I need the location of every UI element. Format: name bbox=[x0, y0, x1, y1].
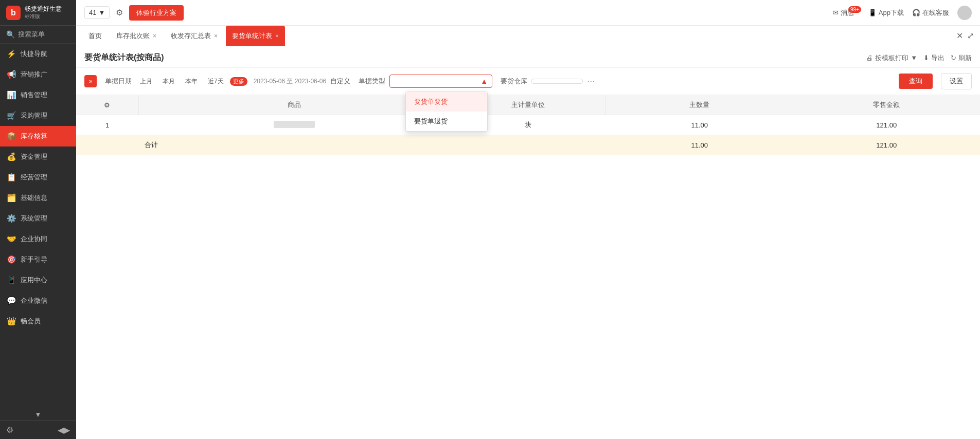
page-title-bar: 要货单统计表(按商品) 🖨 按模板打印 ▼ ⬇ 导出 ↻ 刷新 bbox=[76, 46, 980, 68]
sidebar-item-quick-nav[interactable]: ⚡ 快捷导航 bbox=[0, 44, 76, 64]
sidebar-item-operations[interactable]: 📋 经营管理 bbox=[0, 167, 76, 188]
date-7days[interactable]: 近7天 bbox=[204, 76, 228, 87]
doc-type-select[interactable]: ▲ bbox=[389, 75, 492, 88]
sidebar-item-inventory[interactable]: 📦 库存核算 bbox=[0, 126, 76, 147]
date-upper[interactable]: 上月 bbox=[136, 76, 156, 87]
tab-inventory-batch-close[interactable]: × bbox=[153, 32, 156, 40]
warehouse-filter-group: 要货仓库 ··· bbox=[501, 76, 595, 87]
cell-no: 1 bbox=[76, 115, 138, 135]
messages-item[interactable]: ✉ 消息 99+ bbox=[833, 8, 860, 17]
sidebar-item-label: 系统管理 bbox=[21, 214, 47, 223]
tab-home[interactable]: 首页 bbox=[82, 26, 108, 46]
tab-order-stats-label: 要货单统计表 bbox=[232, 31, 272, 41]
tab-expand-icon[interactable]: ⤢ bbox=[967, 31, 974, 41]
tab-close-all-icon[interactable]: ✕ bbox=[956, 31, 963, 41]
filter-expand-button[interactable]: » bbox=[84, 75, 97, 87]
collapse-icon[interactable]: ◀▶ bbox=[58, 425, 70, 435]
tab-inventory-batch-label: 库存批次账 bbox=[116, 31, 150, 41]
sidebar-search[interactable]: 🔍 搜索菜单 bbox=[0, 26, 76, 44]
sidebar-item-wechat[interactable]: 💬 企业微信 bbox=[0, 290, 76, 311]
date-more[interactable]: 更多 bbox=[230, 77, 247, 86]
sidebar-item-label: 库存核算 bbox=[21, 132, 47, 141]
member-icon: 👑 bbox=[6, 316, 16, 326]
guide-icon: 🎯 bbox=[6, 254, 16, 265]
sidebar-item-member[interactable]: 👑 畅会员 bbox=[0, 311, 76, 332]
col-settings[interactable]: ⚙ bbox=[76, 95, 138, 115]
col-qty: 主数量 bbox=[606, 95, 793, 115]
finance-icon: 💰 bbox=[6, 152, 16, 162]
date-range-display: 2023-05-06 至 2023-06-06 bbox=[254, 77, 326, 86]
tab-inventory-batch[interactable]: 库存批次账 × bbox=[110, 26, 163, 46]
tab-order-stats[interactable]: 要货单统计表 × bbox=[226, 26, 285, 46]
sidebar-item-label: 销售管理 bbox=[21, 90, 47, 100]
app-download-item[interactable]: 📱 App下载 bbox=[868, 8, 904, 17]
print-dropdown-icon[interactable]: ▼ bbox=[911, 54, 917, 62]
message-icon: ✉ bbox=[833, 9, 839, 16]
tab-order-stats-close[interactable]: × bbox=[275, 32, 279, 40]
tenant-selector[interactable]: 41 ▼ bbox=[84, 6, 110, 19]
warehouse-more-icon[interactable]: ··· bbox=[587, 76, 595, 87]
top-header: 41 ▼ ⚙ 体验行业方案 ✉ 消息 99+ 📱 App下载 🎧 在线客服 bbox=[76, 0, 980, 26]
user-avatar[interactable] bbox=[957, 6, 972, 20]
tab-bar-actions: ✕ ⤢ bbox=[956, 31, 974, 41]
footer-qty: 11.00 bbox=[606, 135, 793, 155]
doc-type-dropdown: 要货单要货 要货单退货 bbox=[405, 92, 488, 132]
sidebar-item-enterprise[interactable]: 🤝 企业协同 bbox=[0, 229, 76, 249]
sidebar-item-label: 基础信息 bbox=[21, 193, 47, 203]
tab-bar: 首页 库存批次账 × 收发存汇总表 × 要货单统计表 × ✕ ⤢ bbox=[76, 26, 980, 46]
sidebar-scroll-down[interactable]: ▼ bbox=[0, 409, 76, 420]
sidebar-item-finance[interactable]: 💰 资金管理 bbox=[0, 147, 76, 167]
page-actions: 🖨 按模板打印 ▼ ⬇ 导出 ↻ 刷新 bbox=[866, 53, 972, 63]
col-amount: 零售金额 bbox=[793, 95, 980, 115]
custom-date-btn[interactable]: 自定义 bbox=[330, 77, 350, 86]
sidebar-item-purchase[interactable]: 🛒 采购管理 bbox=[0, 105, 76, 126]
data-table: ⚙ 商品 主计量单位 主数量 零售金额 1 块 11.00 bbox=[76, 95, 980, 155]
date-year[interactable]: 本年 bbox=[181, 76, 202, 87]
marketing-icon: 📢 bbox=[6, 69, 16, 80]
col-product: 商品 bbox=[138, 95, 450, 115]
cell-qty: 11.00 bbox=[606, 115, 793, 135]
sidebar-item-guide[interactable]: 🎯 新手引导 bbox=[0, 249, 76, 270]
table-footer-row: 合计 11.00 121.00 bbox=[76, 135, 980, 155]
query-button[interactable]: 查询 bbox=[899, 74, 933, 89]
dropdown-item-order-goods[interactable]: 要货单要货 bbox=[406, 92, 487, 112]
online-service-label: 在线客服 bbox=[922, 8, 949, 17]
search-icon: 🔍 bbox=[6, 30, 15, 39]
online-service-item[interactable]: 🎧 在线客服 bbox=[912, 8, 949, 17]
table-body: 1 块 11.00 121.00 bbox=[76, 115, 980, 135]
sidebar-item-label: 应用中心 bbox=[21, 276, 47, 285]
tab-receive-summary[interactable]: 收发存汇总表 × bbox=[165, 26, 224, 46]
sidebar: b 畅捷通好生意 标准版 🔍 搜索菜单 ⚡ 快捷导航 📢 营销推广 📊 销售管理… bbox=[0, 0, 76, 439]
sidebar-item-label: 资金管理 bbox=[21, 152, 47, 161]
sidebar-item-marketing[interactable]: 📢 营销推广 bbox=[0, 64, 76, 85]
table-header-row: ⚙ 商品 主计量单位 主数量 零售金额 bbox=[76, 95, 980, 115]
dropdown-item-order-return[interactable]: 要货单退货 bbox=[406, 112, 487, 131]
warehouse-input[interactable] bbox=[531, 79, 583, 84]
sidebar-item-system[interactable]: ⚙️ 系统管理 bbox=[0, 208, 76, 229]
sidebar-item-basic[interactable]: 🗂️ 基础信息 bbox=[0, 188, 76, 208]
date-shortcuts: 上月 本月 本年 近7天 更多 bbox=[136, 76, 247, 87]
sidebar-item-label: 企业协同 bbox=[21, 234, 47, 244]
doc-type-label: 单据类型 bbox=[359, 77, 385, 86]
print-button[interactable]: 🖨 按模板打印 ▼ bbox=[866, 53, 917, 63]
header-right: ✉ 消息 99+ 📱 App下载 🎧 在线客服 bbox=[833, 6, 972, 20]
tab-home-label: 首页 bbox=[88, 31, 102, 41]
settings-footer-icon[interactable]: ⚙ bbox=[6, 425, 13, 435]
trial-button[interactable]: 体验行业方案 bbox=[129, 5, 184, 21]
date-current[interactable]: 本月 bbox=[158, 76, 179, 87]
logo-icon: b bbox=[6, 6, 21, 20]
app-download-label: App下载 bbox=[879, 8, 904, 17]
sidebar-item-appstore[interactable]: 📱 应用中心 bbox=[0, 270, 76, 290]
refresh-button[interactable]: ↻ 刷新 bbox=[951, 53, 972, 63]
tenant-name: 41 bbox=[89, 9, 96, 16]
export-button[interactable]: ⬇ 导出 bbox=[923, 53, 945, 63]
sidebar-item-label: 经营管理 bbox=[21, 173, 47, 182]
table-footer: 合计 11.00 121.00 bbox=[76, 135, 980, 155]
tab-receive-summary-close[interactable]: × bbox=[214, 32, 218, 40]
print-icon: 🖨 bbox=[866, 54, 873, 62]
settings-button[interactable]: 设置 bbox=[941, 73, 972, 89]
header-settings-icon[interactable]: ⚙ bbox=[116, 8, 123, 17]
sidebar-item-label: 营销推广 bbox=[21, 70, 47, 79]
sidebar-item-sales[interactable]: 📊 销售管理 bbox=[0, 85, 76, 105]
refresh-label: 刷新 bbox=[958, 53, 972, 63]
